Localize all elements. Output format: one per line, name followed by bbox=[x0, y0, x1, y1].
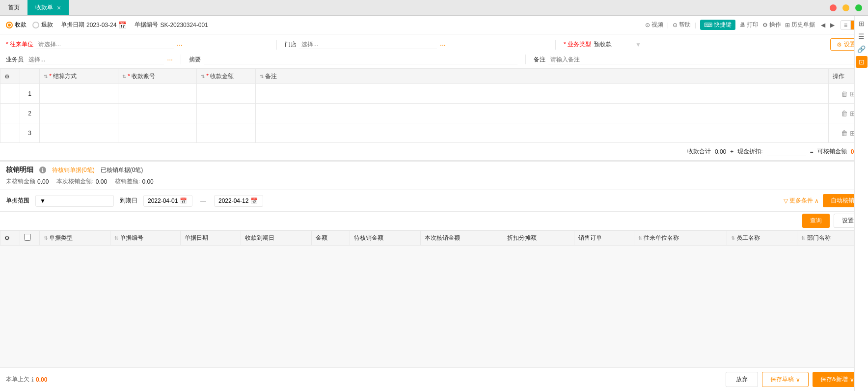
date-label: 单据日期 bbox=[61, 21, 84, 29]
date-separator: — bbox=[200, 197, 206, 204]
bottom-left: 本单上欠 ℹ 0.00 bbox=[6, 375, 47, 384]
total-label: 收款合计 bbox=[687, 147, 711, 156]
partner-more-icon[interactable]: ··· bbox=[177, 41, 183, 49]
refund-radio[interactable]: 退款 bbox=[32, 21, 53, 29]
range-select[interactable]: ▼ bbox=[35, 195, 114, 207]
row1-method-cell[interactable] bbox=[40, 84, 118, 104]
nav-next-btn[interactable]: ▶ bbox=[828, 21, 837, 29]
table-settings-icon[interactable]: ⚙ bbox=[4, 73, 10, 80]
print-label: 打印 bbox=[747, 21, 759, 29]
bottom-info-icon[interactable]: ℹ bbox=[31, 376, 34, 383]
col-pending-header: 待核销金额 bbox=[350, 231, 421, 246]
table-row: 3 🗑 ⊞ bbox=[0, 123, 868, 143]
window-close-btn[interactable] bbox=[830, 4, 837, 11]
sidebar-list-icon[interactable]: ☰ bbox=[856, 30, 868, 42]
query-btn[interactable]: 查询 bbox=[802, 214, 830, 228]
row1-amount-cell[interactable] bbox=[197, 84, 256, 104]
window-max-btn[interactable] bbox=[855, 4, 862, 11]
row2-delete-icon[interactable]: 🗑 bbox=[841, 110, 848, 117]
print-btn[interactable]: 🖶 打印 bbox=[739, 21, 759, 29]
col-due-label: 收款到期日 bbox=[245, 234, 274, 241]
note-field-group: 备注 bbox=[534, 55, 862, 64]
date-from-input[interactable]: 2022-04-01 📅 bbox=[143, 195, 192, 207]
tab-close-icon[interactable]: × bbox=[57, 4, 61, 12]
staff-input[interactable] bbox=[27, 55, 164, 64]
writeoff-info-icon[interactable]: ℹ bbox=[39, 167, 46, 173]
store-more-icon[interactable]: ··· bbox=[440, 41, 446, 49]
ops-btn[interactable]: ⚙ 操作 bbox=[762, 21, 781, 29]
nav-prev-btn[interactable]: ◀ bbox=[819, 21, 827, 29]
writeoff-header-row: ⚙ ⇅ 单据类型 ⇅ bbox=[0, 231, 868, 246]
row3-account-cell[interactable] bbox=[118, 123, 197, 143]
date-calendar-icon[interactable]: 📅 bbox=[118, 21, 127, 29]
sidebar-edit-icon[interactable]: ⊡ bbox=[856, 56, 868, 68]
date-to-input[interactable]: 2022-04-12 📅 bbox=[214, 195, 263, 207]
view-list-btn[interactable]: ≡ bbox=[841, 21, 851, 29]
sort-method-icon: ⇅ bbox=[44, 74, 48, 79]
tab-receipt[interactable]: 收款单 × bbox=[27, 0, 69, 15]
help-icon: ⊙ bbox=[673, 22, 678, 28]
discount-input[interactable] bbox=[767, 147, 806, 156]
current-value: 0.00 bbox=[96, 178, 107, 185]
row3-amount-cell[interactable] bbox=[197, 123, 256, 143]
date-to-value: 2022-04-12 bbox=[218, 197, 248, 204]
row2-account-cell[interactable] bbox=[118, 104, 197, 123]
sort-note-icon: ⇅ bbox=[260, 74, 264, 79]
video-label: 视频 bbox=[651, 21, 663, 29]
table-wrapper: ⚙ ⇅ * 结算方式 ⇅ * bbox=[0, 69, 868, 143]
done-tab[interactable]: 已核销单据(0笔) bbox=[101, 166, 143, 174]
row3-delete-icon[interactable]: 🗑 bbox=[841, 129, 848, 137]
col-discount-header: 折扣分摊额 bbox=[503, 231, 574, 246]
writeoff-table: ⚙ ⇅ 单据类型 ⇅ bbox=[0, 230, 868, 246]
receipt-radio-dot bbox=[8, 24, 11, 27]
more-conditions-btn[interactable]: ▽ 更多条件 ∧ bbox=[784, 196, 819, 205]
row1-delete-icon[interactable]: 🗑 bbox=[841, 90, 848, 98]
row1-note-cell[interactable] bbox=[256, 84, 829, 104]
col-amount-label: 收款金额 bbox=[210, 73, 234, 80]
biz-type-value: 预收款 bbox=[594, 40, 633, 49]
history-btn[interactable]: ⊞ 历史单据 bbox=[785, 21, 815, 29]
main-table-section: ⚙ ⇅ * 结算方式 ⇅ * bbox=[0, 69, 868, 143]
sort-account-icon: ⇅ bbox=[122, 74, 126, 79]
print-icon: 🖶 bbox=[739, 22, 745, 28]
window-min-btn[interactable] bbox=[842, 4, 849, 11]
main-content: 收款 退款 单据日期 2023-03-24 📅 单据编号 SK-20230324… bbox=[0, 16, 868, 391]
date-field: 单据日期 2023-03-24 📅 bbox=[61, 21, 127, 29]
staff-more-icon[interactable]: ··· bbox=[167, 56, 173, 63]
help-btn[interactable]: ⊙ 帮助 bbox=[673, 21, 691, 29]
col-current-header: 本次核销金额 bbox=[421, 231, 503, 246]
form-row-1: 往来单位 ··· 门店 ··· 业务类型 预收款 bbox=[6, 38, 862, 51]
row2-method-cell[interactable] bbox=[40, 104, 118, 123]
row3-method-cell[interactable] bbox=[40, 123, 118, 143]
biz-type-dropdown[interactable]: 预收款 ▼ bbox=[594, 40, 641, 49]
pending-tab[interactable]: 待核销单据(0笔) bbox=[52, 166, 95, 174]
video-btn[interactable]: ⊙ 视频 bbox=[645, 21, 663, 29]
table-row: 1 🗑 ⊞ bbox=[0, 84, 868, 104]
sidebar-link-icon[interactable]: 🔗 bbox=[856, 43, 868, 55]
draft-btn[interactable]: 保存草稿 ∨ bbox=[762, 372, 809, 387]
note-input[interactable] bbox=[548, 55, 862, 64]
calendar-to-icon: 📅 bbox=[250, 197, 258, 204]
select-all-checkbox[interactable] bbox=[24, 234, 31, 241]
row2-note-cell[interactable] bbox=[256, 104, 829, 123]
table-settings-gear-icon[interactable]: ⚙ bbox=[4, 235, 10, 242]
shortcut-btn[interactable]: ⌨ 快捷键 bbox=[700, 20, 735, 30]
row3-note-cell[interactable] bbox=[256, 123, 829, 143]
staff-label: 业务员 bbox=[6, 56, 24, 64]
col-order-label: 销售订单 bbox=[578, 234, 602, 241]
partner-input[interactable] bbox=[36, 40, 174, 49]
sidebar-table-icon[interactable]: ⊞ bbox=[856, 18, 868, 29]
history-icon: ⊞ bbox=[785, 22, 790, 28]
sort-doc-num-icon: ⇅ bbox=[114, 235, 118, 241]
row2-amount-cell[interactable] bbox=[197, 104, 256, 123]
partner-label: 往来单位 bbox=[6, 40, 33, 49]
refund-radio-label: 退款 bbox=[41, 21, 53, 29]
summary-input[interactable] bbox=[204, 55, 517, 64]
receipt-radio[interactable]: 收款 bbox=[6, 21, 27, 29]
shortcut-icon: ⌨ bbox=[704, 22, 712, 28]
row1-account-cell[interactable] bbox=[118, 84, 197, 104]
col-partner-header: ⇅ 往来单位名称 bbox=[634, 231, 727, 246]
abandon-btn[interactable]: 放弃 bbox=[726, 372, 758, 387]
store-input[interactable] bbox=[299, 40, 437, 49]
tab-home[interactable]: 首页 bbox=[0, 0, 27, 15]
